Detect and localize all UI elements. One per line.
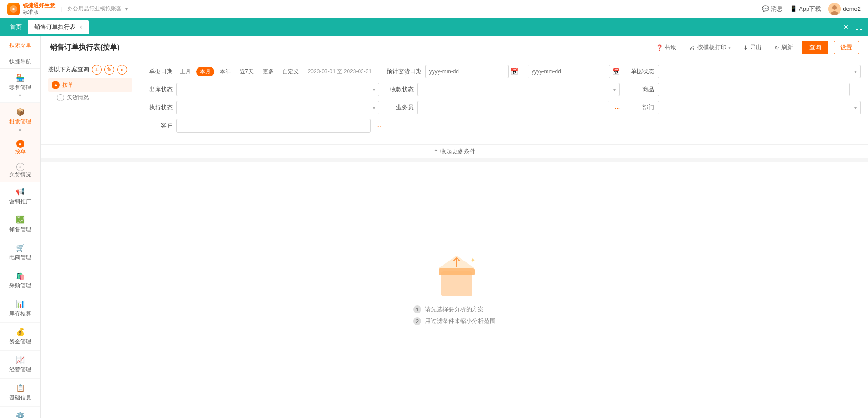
out-status-select[interactable]: ▾ <box>176 83 379 96</box>
expected-date-from-input[interactable] <box>425 65 509 78</box>
filter-scheme-title: 按以下方案查询 + ✎ « <box>48 65 132 75</box>
order-status-chevron-icon: ▾ <box>854 69 857 74</box>
quick-nav-button[interactable]: 快捷导航 <box>0 55 40 69</box>
settings-button[interactable]: 设置 <box>834 41 859 54</box>
purchase-icon: 🛍️ <box>16 271 25 280</box>
breadcrumb-arrow-icon[interactable]: ▾ <box>125 6 128 12</box>
svg-rect-5 <box>439 268 475 276</box>
recv-status-select[interactable]: ▾ <box>417 83 620 96</box>
sidebar-item-finance[interactable]: 💰 资金管理 <box>0 323 40 351</box>
collapse-icon: ⌃ <box>434 148 439 155</box>
salesperson-more-button[interactable]: ··· <box>615 104 620 111</box>
filter-form: 单据日期 上月 本月 本年 近7天 更多 自定义 2023-03-01 至 20… <box>138 65 861 142</box>
sidebar-item-system[interactable]: ⚙️ 系统管理 <box>0 407 40 418</box>
wholesale-icon: 📦 <box>16 107 25 116</box>
sidebar-sub-item-order[interactable]: ● 按单 <box>0 136 40 159</box>
expected-date-to-input[interactable] <box>528 65 611 78</box>
system-icon: ⚙️ <box>16 411 25 418</box>
window-max-button[interactable]: ⛶ <box>854 22 864 32</box>
date-from-calendar-icon[interactable]: 📅 <box>510 68 518 75</box>
export-button[interactable]: ⬇ 导出 <box>740 42 765 53</box>
search-menu-button[interactable]: 搜索菜单 <box>4 40 37 51</box>
date-pill-7days[interactable]: 近7天 <box>236 67 257 76</box>
step-1-num: 1 <box>413 305 421 314</box>
date-pill-custom[interactable]: 自定义 <box>279 67 302 76</box>
add-scheme-button[interactable]: + <box>92 65 102 75</box>
sidebar-item-sales[interactable]: 💹 销售管理 <box>0 210 40 238</box>
sidebar-item-marketing[interactable]: 📢 营销推广 <box>0 182 40 210</box>
logo-area: 畅捷通好生意 标准版 <box>7 2 55 15</box>
dept-label: 部门 <box>627 104 654 112</box>
logo-icon <box>7 3 20 15</box>
help-button[interactable]: ❓ 帮助 <box>652 42 680 53</box>
filter-row-4: 客户 ··· <box>146 119 861 133</box>
date-pill-thisyear[interactable]: 本年 <box>216 67 234 76</box>
window-close-button[interactable]: × <box>842 22 850 32</box>
sidebar-sub-item-debt[interactable]: ○ 欠货情况 <box>0 159 40 182</box>
user-menu[interactable]: demo2 <box>828 3 861 15</box>
tab-active[interactable]: 销售订单执行表 × <box>28 20 89 34</box>
filter-field-dept: 部门 ▾ <box>627 101 861 114</box>
recv-status-label: 收款状态 <box>387 86 414 94</box>
refresh-icon: ↻ <box>774 44 779 51</box>
ecommerce-icon: 🛒 <box>16 243 25 252</box>
sidebar-item-retail[interactable]: 🏪 零售管理 ▾ <box>0 69 40 103</box>
retail-icon: 🏪 <box>16 73 25 82</box>
scheme-actions: + ✎ « <box>92 65 127 75</box>
date-to-calendar-icon[interactable]: 📅 <box>612 68 620 75</box>
sidebar-item-wholesale[interactable]: 📦 批发管理 ▴ <box>0 103 40 136</box>
basic-icon: 📋 <box>16 383 25 392</box>
svg-text:✦: ✦ <box>470 256 476 264</box>
dept-select[interactable]: ▾ <box>658 101 861 114</box>
date-pill-lastmonth[interactable]: 上月 <box>176 67 194 76</box>
retail-arrow-icon: ▾ <box>19 93 21 98</box>
tab-home[interactable]: 首页 <box>4 20 28 34</box>
content-area: 销售订单执行表(按单) ❓ 帮助 🖨 按模板打印 ▾ ⬇ 导出 ↻ 刷新 <box>41 36 868 418</box>
goods-more-button[interactable]: ··· <box>855 86 861 93</box>
export-icon: ⬇ <box>743 44 748 51</box>
collapse-scheme-button[interactable]: « <box>117 65 127 75</box>
sidebar-item-ecommerce[interactable]: 🛒 电商管理 <box>0 238 40 266</box>
order-status-select[interactable]: ▾ <box>658 65 861 78</box>
msg-icon: 💬 <box>762 5 769 12</box>
customer-more-button[interactable]: ··· <box>376 122 382 129</box>
expected-date-label: 预计交货日期 <box>387 67 422 76</box>
filter-scheme-panel: 按以下方案查询 + ✎ « ● 按单 ○ <box>48 65 138 142</box>
expected-date-range: 📅 — 📅 <box>425 65 620 78</box>
sidebar-item-ops[interactable]: 📈 经营管理 <box>0 351 40 379</box>
date-pill-thismonth[interactable]: 本月 <box>196 67 214 76</box>
date-label: 单据日期 <box>146 67 173 76</box>
finance-icon: 💰 <box>16 327 25 336</box>
step-2-num: 2 <box>413 317 421 325</box>
collapse-conditions-button[interactable]: ⌃ 收起更多条件 <box>41 144 868 158</box>
customer-input[interactable] <box>176 119 371 133</box>
scheme-sub-item-debt[interactable]: ○ 欠货情况 <box>48 92 132 103</box>
edit-scheme-button[interactable]: ✎ <box>104 65 114 75</box>
filter-scheme-items: ● 按单 ○ 欠货情况 <box>48 78 132 103</box>
date-pill-more[interactable]: 更多 <box>259 67 277 76</box>
tab-close-icon[interactable]: × <box>79 24 82 30</box>
date-range-display: 2023-03-01 至 2023-03-31 <box>308 68 372 76</box>
exec-status-select[interactable]: ▾ <box>176 101 379 114</box>
wholesale-arrow-icon: ▴ <box>19 127 21 132</box>
filter-row-2: 出库状态 ▾ 收款状态 ▾ <box>146 83 861 96</box>
goods-input[interactable] <box>658 83 850 96</box>
sidebar-item-inventory[interactable]: 📊 库存核算 <box>0 294 40 323</box>
app-download-button[interactable]: 📱 App下载 <box>790 5 821 13</box>
sidebar-item-basic[interactable]: 📋 基础信息 <box>0 379 40 407</box>
filter-field-out-status: 出库状态 ▾ <box>146 83 379 96</box>
search-button[interactable]: 查询 <box>802 41 828 54</box>
refresh-button[interactable]: ↻ 刷新 <box>771 42 797 53</box>
customer-label: 客户 <box>146 122 173 130</box>
exec-status-label: 执行状态 <box>146 104 173 112</box>
scheme-item-order[interactable]: ● 按单 <box>48 78 132 92</box>
user-name-label: demo2 <box>843 5 861 12</box>
salesperson-input[interactable] <box>417 101 609 114</box>
print-button[interactable]: 🖨 按模板打印 ▾ <box>686 42 734 53</box>
top-header: 畅捷通好生意 标准版 | 办公用品行业模拟账套 ▾ 💬 消息 📱 App下载 d <box>0 0 868 18</box>
print-arrow-icon: ▾ <box>728 45 731 50</box>
msg-button[interactable]: 💬 消息 <box>762 5 783 13</box>
breadcrumb[interactable]: 办公用品行业模拟账套 <box>67 5 122 13</box>
out-status-label: 出库状态 <box>146 86 173 94</box>
sidebar-item-purchase[interactable]: 🛍️ 采购管理 <box>0 266 40 294</box>
